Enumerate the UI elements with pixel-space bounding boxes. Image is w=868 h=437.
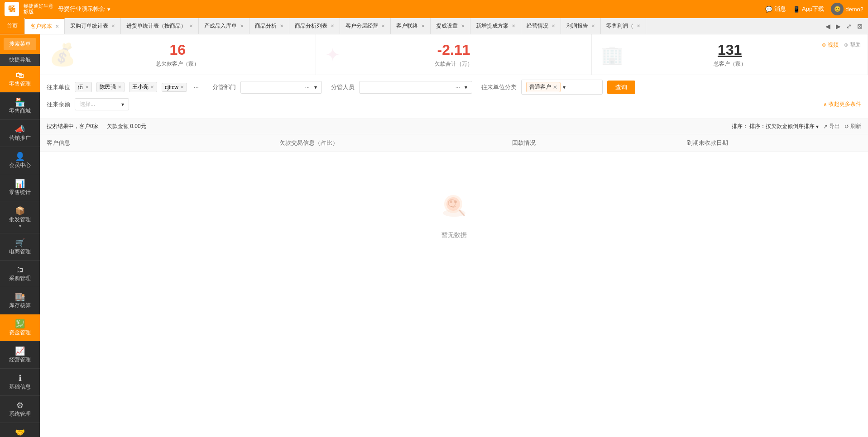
inventory-icon: 🏬 — [2, 292, 38, 302]
sidebar-item-retail-shop[interactable]: 🏪 零售商城 — [0, 93, 40, 120]
query-button[interactable]: 查询 — [607, 81, 635, 94]
tab-customer-tier[interactable]: 客户分层经营 ✕ — [340, 18, 391, 34]
company-selector[interactable]: 母婴行业演示帐套 ▾ — [58, 5, 110, 13]
top-header: 畅 畅捷通好生意 标版 母婴行业演示帐套 ▾ 💬 消息 📱 App下载 😊 de… — [0, 0, 868, 18]
sidebar-item-member[interactable]: 👤 会员中心 — [0, 147, 40, 174]
stat-icon-2: 🏢 — [601, 44, 623, 65]
stat-label-2: 总客户（家） — [714, 60, 746, 68]
stat-value-2: 131 — [718, 42, 742, 58]
sort-select[interactable]: 排序： 排序：按欠款金额倒序排序 ▾ — [732, 123, 819, 130]
collapse-filters-btn[interactable]: ∧ 收起更多条件 — [823, 100, 861, 108]
sidebar-item-retail-stats[interactable]: 📊 零售统计 — [0, 174, 40, 201]
close-tab-accounts[interactable]: ✕ — [55, 24, 59, 29]
close-tab-ctier[interactable]: ✕ — [381, 24, 385, 28]
stat-total-debt-amount: ✦ -2.11 欠款合计（万） — [316, 34, 592, 75]
close-tab-ccontact[interactable]: ✕ — [421, 24, 425, 28]
enterprise-icon: 🤝 — [2, 428, 38, 437]
sidebar-quick-nav[interactable]: 快捷导航 — [0, 54, 40, 66]
sidebar-item-wholesale[interactable]: 📦 批发管理 ▾ — [0, 201, 40, 233]
remove-tag-unit-1[interactable]: ✕ — [118, 85, 121, 90]
svg-point-3 — [450, 200, 452, 203]
tab-purchase-orders[interactable]: 采购订单统计表 ✕ — [65, 18, 121, 34]
close-tab-profit[interactable]: ✕ — [591, 24, 595, 28]
close-tab-palist[interactable]: ✕ — [331, 24, 334, 28]
sidebar-item-operations-mgmt[interactable]: 📈 经营管理 — [0, 342, 40, 369]
category-select[interactable]: 普通客户 ✕ ▾ — [521, 80, 603, 95]
remove-tag-unit-3[interactable]: ✕ — [180, 85, 184, 90]
empty-text: 暂无数据 — [441, 231, 467, 239]
close-tab-ops[interactable]: ✕ — [551, 24, 555, 28]
stat-extra-2: ⊙ 视频 ⊙ 帮助 — [822, 41, 861, 49]
tab-new-promo[interactable]: 新增提成方案 ✕ — [470, 18, 521, 34]
tab-maximize[interactable]: ⤢ — [844, 23, 854, 30]
sidebar-item-basic-info[interactable]: ℹ 基础信息 — [0, 369, 40, 396]
tab-product-analysis[interactable]: 商品分析 ✕ — [249, 18, 289, 34]
close-tab-purchase[interactable]: ✕ — [111, 24, 115, 28]
tab-retail-profit[interactable]: 零售利润（ ✕ — [601, 18, 646, 34]
stat-icon-0: 💰 — [49, 42, 76, 67]
sidebar-item-ecommerce[interactable]: 🛒 电商管理 — [0, 233, 40, 261]
dept-label: 分管部门 — [212, 83, 236, 91]
messages-btn[interactable]: 💬 消息 — [765, 5, 786, 13]
balance-select[interactable]: 选择... ▾ — [75, 98, 129, 110]
result-bar: 搜索结果中，客户0家 欠款金额 0.00元 排序： 排序：按欠款金额倒序排序 ▾… — [40, 119, 868, 134]
remove-tag-unit-0[interactable]: ✕ — [85, 85, 89, 90]
user-profile[interactable]: 😊 demo2 — [831, 3, 863, 15]
person-select[interactable]: ··· ▾ — [359, 81, 472, 94]
stat-total-debt-customers: 💰 16 总欠款客户（家） — [40, 34, 316, 75]
filter-row-2: 往来余额 选择... ▾ ∧ 收起更多条件 — [47, 98, 861, 110]
category-tag-0: 普通客户 ✕ — [526, 82, 561, 92]
remove-tag-unit-2[interactable]: ✕ — [150, 85, 154, 90]
search-menu-btn[interactable]: 搜索菜单 — [4, 38, 36, 50]
purchase-icon: 🗂 — [2, 265, 38, 275]
refresh-btn[interactable]: ↺ 刷新 — [844, 123, 861, 130]
sidebar-item-purchase[interactable]: 🗂 采购管理 — [0, 261, 40, 287]
sidebar-item-retail-mgmt[interactable]: 🛍 零售管理 — [0, 66, 40, 93]
close-tab-inventory[interactable]: ✕ — [189, 24, 193, 28]
balance-label: 往来余额 — [47, 100, 70, 109]
close-tab-product[interactable]: ✕ — [280, 24, 283, 28]
ops-mgmt-icon: 📈 — [2, 346, 38, 356]
tab-product-analysis-list[interactable]: 商品分析列表 ✕ — [289, 18, 340, 34]
filter-tag-unit-2: 王小亮 ✕ — [129, 82, 157, 92]
col-repayment: 回款情况 — [512, 139, 687, 147]
close-tab-newpromo[interactable]: ✕ — [512, 24, 515, 28]
member-icon: 👤 — [2, 152, 38, 162]
export-btn[interactable]: ↗ 导出 — [823, 123, 840, 130]
sidebar-item-finance[interactable]: 💹 资金管理 — [0, 314, 40, 342]
sidebar-item-system[interactable]: ⚙ 系统管理 — [0, 396, 40, 423]
header-right: 💬 消息 📱 App下载 😊 demo2 — [765, 3, 863, 15]
filter-more-tags[interactable]: ··· — [192, 83, 201, 91]
tab-scroll-right[interactable]: ▶ — [834, 23, 843, 30]
dept-select[interactable]: ··· ▾ — [240, 81, 322, 94]
video-link[interactable]: ⊙ 视频 — [822, 42, 839, 48]
tab-restore[interactable]: ⊠ — [855, 23, 864, 30]
unit-label: 往来单位 — [47, 83, 70, 91]
stat-label-1: 欠款合计（万） — [435, 60, 473, 68]
stat-value-0: 16 — [170, 42, 186, 58]
close-tab-cost[interactable]: ✕ — [240, 24, 244, 28]
sidebar-item-marketing[interactable]: 📣 营销推广 — [0, 120, 40, 147]
avatar: 😊 — [831, 3, 844, 15]
tab-operations[interactable]: 经营情况 ✕ — [521, 18, 561, 34]
tab-home[interactable]: 首页 — [0, 18, 25, 34]
tab-nav-controls: ◀ ▶ ⤢ ⊠ — [820, 18, 868, 34]
tab-scroll-left[interactable]: ◀ — [824, 23, 832, 30]
col-debt-info: 欠款交易信息（占比） — [279, 139, 512, 147]
tab-profit-report[interactable]: 利润报告 ✕ — [561, 18, 601, 34]
close-tab-promo[interactable]: ✕ — [461, 24, 465, 28]
tab-inventory-stats[interactable]: 进货单统计表（按商品） ✕ — [121, 18, 199, 34]
remove-category-0[interactable]: ✕ — [553, 84, 557, 90]
tab-cost-entry[interactable]: 产成品入库单 ✕ — [199, 18, 249, 34]
app-download-btn[interactable]: 📱 App下载 — [793, 5, 824, 13]
stat-total-customers: 🏢 131 总客户（家） ⊙ 视频 ⊙ 帮助 — [592, 34, 868, 75]
help-link[interactable]: ⊙ 帮助 — [844, 42, 861, 48]
sidebar-item-enterprise-coop[interactable]: 🤝 企业协同 — [0, 423, 40, 437]
close-tab-rprofit[interactable]: ✕ — [637, 24, 640, 28]
stat-label-0: 总欠款客户（家） — [156, 60, 199, 68]
tab-customer-contact[interactable]: 客户联络 ✕ — [391, 18, 431, 34]
logo-subtitle: 畅捷通好生意 — [24, 3, 53, 9]
tab-promo-settings[interactable]: 提成设置 ✕ — [431, 18, 470, 34]
tab-accounts[interactable]: 客户账本 ✕ — [25, 18, 65, 34]
sidebar-item-inventory[interactable]: 🏬 库存核算 — [0, 287, 40, 314]
